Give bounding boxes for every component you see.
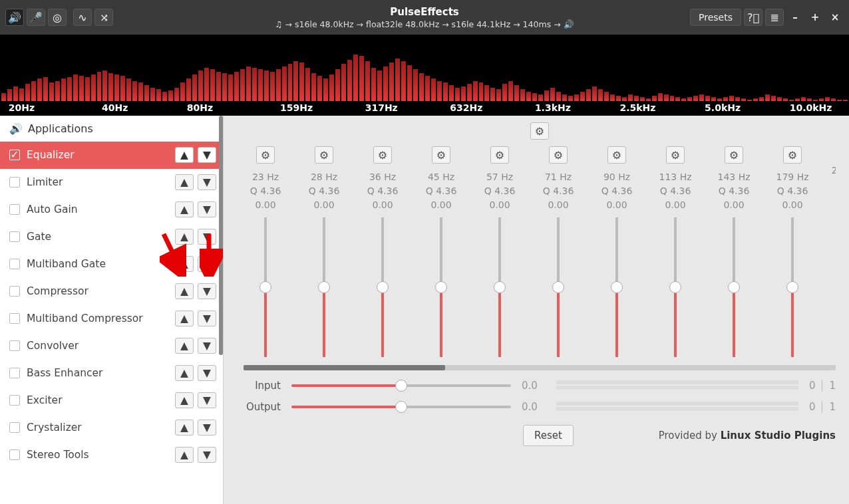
band-slider[interactable] <box>381 217 384 357</box>
move-up-button[interactable]: ▲ <box>175 447 194 463</box>
move-down-button[interactable]: ▼ <box>198 256 216 272</box>
speaker-output-tab[interactable]: 🔊 <box>5 9 24 26</box>
move-up-button[interactable]: ▲ <box>175 229 194 245</box>
move-up-button[interactable]: ▲ <box>175 174 194 190</box>
effect-enable-checkbox[interactable] <box>9 395 20 406</box>
band-settings-button[interactable]: ⚙ <box>256 146 275 164</box>
band-settings-button[interactable]: ⚙ <box>490 146 509 164</box>
move-up-button[interactable]: ▲ <box>175 283 194 299</box>
minimize-button[interactable]: – <box>786 9 804 26</box>
output-slider-thumb[interactable] <box>395 401 407 413</box>
move-up-button[interactable]: ▲ <box>175 338 194 354</box>
move-up-button[interactable]: ▲ <box>175 392 194 408</box>
move-up-button[interactable]: ▲ <box>175 311 194 326</box>
effect-enable-checkbox[interactable]: ✓ <box>9 150 20 160</box>
move-down-button[interactable]: ▼ <box>198 283 216 299</box>
band-slider-thumb[interactable] <box>494 281 506 293</box>
band-slider[interactable] <box>674 217 677 357</box>
sidebar-item-stereo-tools[interactable]: Stereo Tools▲▼ <box>0 441 223 469</box>
sidebar-item-convolver[interactable]: Convolver▲▼ <box>0 332 223 360</box>
move-down-button[interactable]: ▼ <box>198 338 216 354</box>
band-settings-button[interactable]: ⚙ <box>549 146 568 164</box>
effect-enable-checkbox[interactable] <box>9 286 20 297</box>
sidebar-item-gate[interactable]: Gate▲▼ <box>0 223 223 251</box>
move-up-button[interactable]: ▲ <box>175 256 194 272</box>
effect-enable-checkbox[interactable] <box>9 259 20 269</box>
move-down-button[interactable]: ▼ <box>198 365 216 381</box>
move-up-button[interactable]: ▲ <box>175 147 194 163</box>
move-down-button[interactable]: ▼ <box>198 201 216 217</box>
eq-settings-button[interactable]: ⚙ <box>530 122 549 140</box>
band-slider-thumb[interactable] <box>377 281 389 293</box>
sidebar-item-multiband-compressor[interactable]: Multiband Compressor▲▼ <box>0 305 223 332</box>
band-slider[interactable] <box>557 217 560 357</box>
band-slider-thumb[interactable] <box>728 281 740 293</box>
output-channels: 0 1 <box>809 401 836 413</box>
maximize-button[interactable]: + <box>806 9 824 26</box>
band-slider[interactable] <box>440 217 442 357</box>
sidebar-scrollbar[interactable] <box>219 116 223 355</box>
sidebar-item-bass-enhancer[interactable]: Bass Enhancer▲▼ <box>0 360 223 387</box>
band-settings-button[interactable]: ⚙ <box>783 146 802 164</box>
move-up-button[interactable]: ▲ <box>175 365 194 381</box>
input-slider-thumb[interactable] <box>395 380 407 392</box>
band-slider-thumb[interactable] <box>552 281 564 293</box>
effect-enable-checkbox[interactable] <box>9 177 20 188</box>
move-down-button[interactable]: ▼ <box>198 229 216 245</box>
bands-scrollbar[interactable] <box>244 365 836 370</box>
move-down-button[interactable]: ▼ <box>198 174 216 190</box>
sidebar-item-limiter[interactable]: Limiter▲▼ <box>0 169 223 196</box>
band-slider-thumb[interactable] <box>259 281 271 293</box>
sidebar-item-equalizer[interactable]: ✓Equalizer▲▼ <box>0 142 223 169</box>
band-settings-button[interactable]: ⚙ <box>315 146 333 164</box>
band-settings-button[interactable]: ⚙ <box>607 146 626 164</box>
output-slider[interactable] <box>291 406 511 408</box>
band-slider-thumb[interactable] <box>318 281 330 293</box>
move-down-button[interactable]: ▼ <box>198 311 216 326</box>
band-settings-button[interactable]: ⚙ <box>432 146 450 164</box>
move-down-button[interactable]: ▼ <box>198 392 216 408</box>
sidebar-item-compressor[interactable]: Compressor▲▼ <box>0 278 223 305</box>
sidebar-item-auto-gain[interactable]: Auto Gain▲▼ <box>0 196 223 223</box>
sidebar-item-multiband-gate[interactable]: Multiband Gate▲▼ <box>0 251 223 278</box>
band-settings-button[interactable]: ⚙ <box>666 146 685 164</box>
band-slider-thumb[interactable] <box>786 281 798 293</box>
shuffle-button[interactable]: ⤨ <box>94 9 113 26</box>
band-slider-thumb[interactable] <box>435 281 447 293</box>
band-slider-thumb[interactable] <box>611 281 623 293</box>
presets-button[interactable]: Presets <box>690 9 741 26</box>
band-slider[interactable] <box>323 217 325 357</box>
band-settings-button[interactable]: ⚙ <box>725 146 743 164</box>
effect-enable-checkbox[interactable] <box>9 313 20 324</box>
move-down-button[interactable]: ▼ <box>198 447 216 463</box>
waveform-button[interactable]: ∿ <box>73 9 92 26</box>
effect-enable-checkbox[interactable] <box>9 368 20 378</box>
effect-enable-checkbox[interactable] <box>9 231 20 242</box>
effect-enable-checkbox[interactable] <box>9 204 20 215</box>
effect-enable-checkbox[interactable] <box>9 422 20 433</box>
band-settings-button[interactable]: ⚙ <box>373 146 392 164</box>
pulse-info-button[interactable]: ◎ <box>48 9 67 26</box>
input-slider[interactable] <box>291 384 511 387</box>
sidebar-item-exciter[interactable]: Exciter▲▼ <box>0 387 223 414</box>
band-slider[interactable] <box>791 217 794 357</box>
help-button[interactable]: ?⃞ <box>744 9 763 26</box>
sidebar-item-crystalizer[interactable]: Crystalizer▲▼ <box>0 414 223 441</box>
menu-button[interactable]: ≣ <box>765 9 784 26</box>
move-up-button[interactable]: ▲ <box>175 201 194 217</box>
band-slider[interactable] <box>733 217 735 357</box>
band-slider[interactable] <box>498 217 501 357</box>
reset-button[interactable]: Reset <box>523 425 574 446</box>
move-down-button[interactable]: ▼ <box>198 147 216 163</box>
band-slider[interactable] <box>264 217 267 357</box>
move-up-button[interactable]: ▲ <box>175 420 194 436</box>
mic-input-tab[interactable]: 🎤 <box>27 9 45 26</box>
band-slider[interactable] <box>615 217 618 357</box>
effect-enable-checkbox[interactable] <box>9 340 20 351</box>
move-down-button[interactable]: ▼ <box>198 420 216 436</box>
band-slider-thumb[interactable] <box>669 281 681 293</box>
sidebar-header[interactable]: 🔊 Applications <box>0 116 223 142</box>
effect-enable-checkbox[interactable] <box>9 449 20 460</box>
scrollbar-thumb[interactable] <box>244 365 445 370</box>
close-button[interactable]: × <box>826 9 844 26</box>
